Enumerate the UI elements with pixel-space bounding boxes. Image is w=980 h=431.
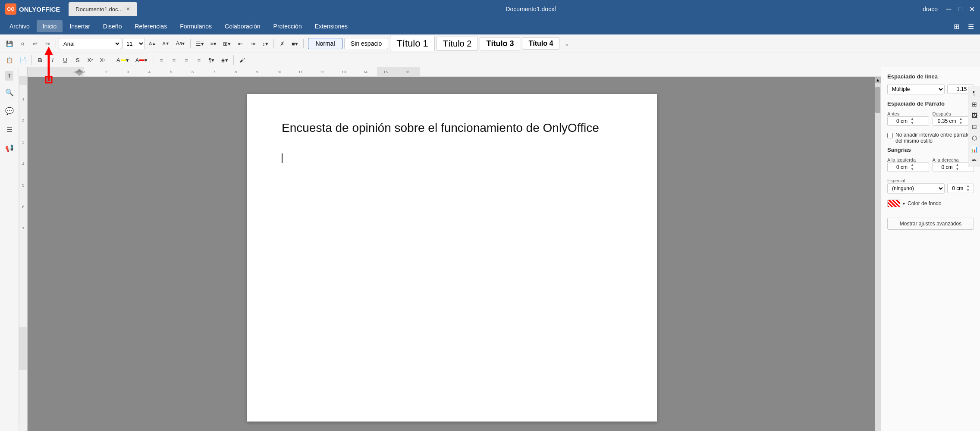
decrease-indent-button[interactable]: ⇤ (235, 38, 246, 49)
align-justify-button[interactable]: ≡ (193, 54, 204, 66)
special-up[interactable]: ▲ (965, 184, 971, 188)
redo-button[interactable]: ↪ (42, 38, 53, 49)
menu-referencias[interactable]: Referencias (129, 20, 173, 32)
comments-icon[interactable]: 💬 (3, 104, 16, 118)
numbered-list-button[interactable]: ≡▾ (208, 38, 220, 49)
print-button[interactable]: 🖨 (17, 38, 28, 49)
copy-style-button[interactable]: 🖌 (236, 54, 248, 66)
menu-diseno[interactable]: Diseño (97, 20, 128, 32)
superscript-button[interactable]: X2 (85, 54, 96, 66)
font-size-select[interactable]: 8 9 10 11 12 14 16 18 (122, 38, 145, 49)
menu-proteccion[interactable]: Protección (267, 20, 308, 32)
document-tab[interactable]: Documento1.doc... ✕ (69, 2, 137, 16)
font-increase-button[interactable]: A▲ (146, 38, 158, 49)
bold-button[interactable]: B (35, 54, 46, 66)
paste-button[interactable]: 📄 (17, 54, 29, 66)
background-dropdown-arrow[interactable]: ▾ (903, 201, 905, 206)
font-decrease-button[interactable]: A▼ (160, 38, 172, 49)
style-titulo3[interactable]: Título 3 (480, 37, 520, 50)
document-page[interactable]: Encuesta de opinión sobre el funcionamie… (247, 94, 657, 422)
window-controls[interactable]: ─ □ ✕ (946, 5, 975, 13)
after-down[interactable]: ▼ (958, 121, 964, 125)
image-panel-icon[interactable]: 🖼 (971, 112, 977, 119)
after-up[interactable]: ▲ (958, 117, 964, 121)
before-value[interactable] (888, 117, 909, 125)
indent-left-input[interactable]: ▲ ▼ (887, 162, 929, 172)
special-down[interactable]: ▼ (965, 188, 971, 193)
clear-format-button[interactable]: ✗ (276, 38, 288, 49)
scroll-area[interactable]: 1 2 3 4 5 6 7 Encuesta de opinión sobre … (19, 77, 881, 431)
indent-right-value[interactable] (933, 163, 955, 172)
before-arrows[interactable]: ▲ ▼ (909, 117, 915, 125)
before-up[interactable]: ▲ (909, 117, 915, 121)
menu-insertar[interactable]: Insertar (63, 20, 96, 32)
highlight-button[interactable]: A▾ (114, 54, 132, 66)
scroll-thumb[interactable] (875, 87, 880, 113)
headings-icon[interactable]: ☰ (4, 123, 15, 136)
cursor-line[interactable] (282, 153, 622, 165)
after-arrows[interactable]: ▲ ▼ (958, 117, 964, 125)
shape-panel-icon[interactable]: ⬡ (972, 134, 977, 141)
menu-extensiones[interactable]: Extensiones (309, 20, 354, 32)
menu-colaboracion[interactable]: Colaboración (219, 20, 267, 32)
indent-left-up[interactable]: ▲ (909, 163, 915, 167)
scroll-up-button[interactable]: ▲ (875, 77, 881, 83)
table-panel-icon[interactable]: ⊞ (972, 101, 977, 108)
special-spacing-value[interactable] (948, 184, 965, 193)
search-icon[interactable]: 🔍 (3, 86, 16, 99)
no-interval-checkbox[interactable] (887, 133, 893, 138)
menu-formularios[interactable]: Formularios (174, 20, 218, 32)
style-sin-espacio[interactable]: Sin espacio (344, 38, 388, 49)
before-down[interactable]: ▼ (909, 121, 915, 125)
special-spacing-input[interactable]: ▲ ▼ (947, 184, 974, 193)
vertical-scrollbar[interactable]: ▲ ▼ (875, 77, 881, 431)
italic-button[interactable]: I (47, 54, 58, 66)
multilevel-list-button[interactable]: ⊞▾ (220, 38, 233, 49)
menu-archivo[interactable]: Archivo (3, 20, 36, 32)
hamburger-icon[interactable]: ☰ (965, 21, 977, 32)
style-titulo4[interactable]: Título 4 (522, 37, 559, 50)
sidebar-tab-icon[interactable]: T (5, 71, 14, 81)
close-tab-icon[interactable]: ✕ (126, 6, 130, 12)
style-titulo1[interactable]: Título 1 (390, 36, 434, 51)
chart-panel-icon[interactable]: 📊 (971, 146, 978, 153)
special-spacing-arrows[interactable]: ▲ ▼ (965, 184, 971, 193)
align-center-button[interactable]: ≡ (168, 54, 179, 66)
styles-expand-button[interactable]: ⌄ (561, 38, 572, 49)
save-button[interactable]: 💾 (3, 38, 16, 49)
font-color-button[interactable]: A▾ (133, 54, 151, 66)
bullet-list-button[interactable]: ☰▾ (193, 38, 207, 49)
font-family-select[interactable]: Arial Times New Roman Calibri (59, 38, 121, 49)
advanced-settings-button[interactable]: Mostrar ajustes avanzados (887, 218, 974, 230)
indent-left-down[interactable]: ▼ (909, 167, 915, 172)
announce-icon[interactable]: 📢 (3, 141, 16, 155)
special-select[interactable]: (ninguno) Primera línea Francesa (887, 183, 945, 194)
fill-color-button[interactable]: ◈▾ (218, 54, 231, 66)
undo-button[interactable]: ↩ (29, 38, 41, 49)
case-button[interactable]: Aa▾ (173, 38, 188, 49)
minimize-btn[interactable]: ─ (946, 5, 951, 13)
fullscreen-icon[interactable]: ⊞ (951, 21, 962, 32)
paragraph-button[interactable]: ¶▾ (206, 54, 217, 66)
indent-right-arrows[interactable]: ▲ ▼ (955, 163, 961, 172)
copy-format-button[interactable]: 📋 (3, 54, 16, 66)
subscript-button[interactable]: X2 (97, 54, 108, 66)
before-input[interactable]: ▲ ▼ (887, 116, 929, 126)
line-spacing-button[interactable]: ↕▾ (260, 38, 271, 49)
strikethrough-button[interactable]: S (72, 54, 83, 66)
indent-right-down[interactable]: ▼ (955, 167, 961, 172)
indent-right-up[interactable]: ▲ (955, 163, 961, 167)
style-titulo2[interactable]: Título 2 (437, 37, 478, 51)
indent-left-value[interactable] (888, 163, 909, 172)
align-right-button[interactable]: ≡ (181, 54, 192, 66)
background-color-swatch[interactable] (887, 200, 900, 207)
after-value[interactable] (933, 117, 958, 125)
paragraph-panel-icon[interactable]: ¶ (973, 90, 976, 97)
line-spacing-value-field[interactable] (948, 85, 968, 94)
maximize-btn[interactable]: □ (958, 5, 962, 13)
align-left-button[interactable]: ≡ (156, 54, 167, 66)
increase-indent-button[interactable]: ⇥ (247, 38, 258, 49)
signature-panel-icon[interactable]: ✒ (972, 157, 977, 164)
line-spacing-type-select[interactable]: Múltiple Simple 1.5 líneas Doble Mínimo … (887, 84, 945, 94)
menu-inicio[interactable]: Inicio (37, 20, 63, 32)
